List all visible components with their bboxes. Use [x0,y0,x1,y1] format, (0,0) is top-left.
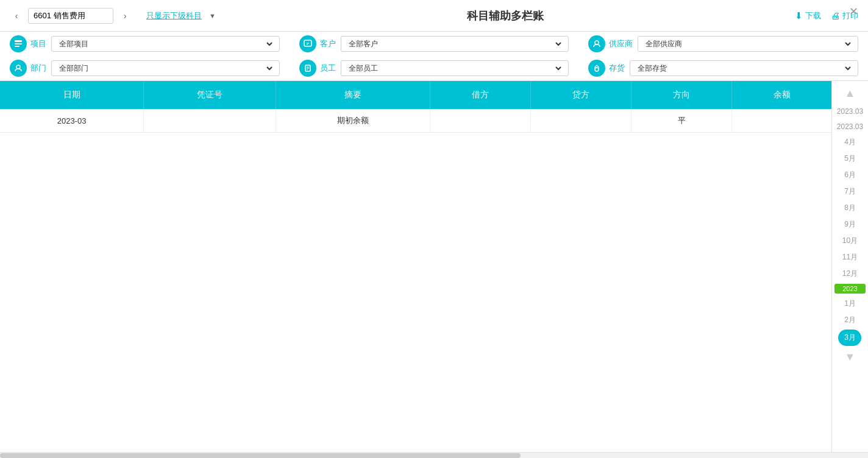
timeline-item-active[interactable]: 3月 [838,329,861,346]
timeline-item[interactable]: 11月 [834,249,866,266]
filter-row-inventory: 存货 全部存货 [578,56,868,80]
filter-row-employee: 员工 全部员工 [290,56,579,80]
project-select[interactable]: 全部项目 [51,36,280,52]
timeline-item[interactable]: 6月 [834,167,866,183]
department-icon [10,60,27,77]
timeline-item-first[interactable]: 2023.03 [834,104,866,119]
col-summary: 摘要 [276,81,430,109]
customer-select[interactable]: 全部客户 [341,36,569,52]
page-title: 科目辅助多栏账 [221,9,790,23]
employee-select[interactable]: 全部员工 [341,60,569,76]
svg-rect-1 [15,43,22,44]
timeline-item[interactable]: 2月 [834,312,866,328]
next-account-btn[interactable]: › [118,9,132,23]
project-icon [10,35,27,52]
print-icon: 🖨 [831,10,840,21]
customer-icon [299,35,316,52]
project-dropdown[interactable]: 全部项目 [57,39,274,49]
timeline-item[interactable]: 2023.03 [834,119,866,134]
timeline-up-btn[interactable]: ▲ [832,83,868,104]
prev-account-btn[interactable]: ‹ [10,9,23,23]
cell-debit [430,109,530,133]
timeline-down-btn[interactable]: ▼ [832,347,868,367]
customer-dropdown[interactable]: 全部客户 [346,39,564,49]
col-credit: 贷方 [530,81,631,109]
timeline-item[interactable]: 5月 [834,150,866,167]
filter-row-project: 项目 全部项目 [0,32,290,56]
supplier-icon [588,35,605,52]
show-sub-dropdown-arrow[interactable]: ▼ [209,12,216,19]
supplier-select[interactable]: 全部供应商 [638,36,858,52]
department-dropdown[interactable]: 全部部门 [57,63,274,73]
main-content: 日期 凭证号 摘要 借方 贷方 方向 余额 2023-03 期初余额 平 [0,81,868,452]
timeline-year-badge[interactable]: 2023 [834,284,866,294]
table-header-row: 日期 凭证号 摘要 借方 贷方 方向 余额 [0,81,831,109]
account-code: 6601 [34,11,51,20]
download-icon: ⬇ [795,10,803,21]
download-btn[interactable]: ⬇ 下载 [795,10,821,21]
cell-voucher [144,109,276,133]
main-window: ‹ 6601 销售费用 › 只显示下级科目 ▼ 科目辅助多栏账 ⬇ 下载 🖨 打… [0,0,868,458]
employee-label: 员工 [320,63,336,74]
filter-row-supplier: 供应商 全部供应商 [578,32,868,56]
sidebar-timeline: ▲ 2023.032023.034月5月6月7月8月9月10月11月12月202… [831,81,868,452]
cell-credit [530,109,631,133]
filter-row-customer: 客户 全部客户 [290,32,579,56]
cell-balance [732,109,831,133]
employee-icon [299,60,316,77]
account-selector[interactable]: 6601 销售费用 [28,8,113,24]
table-area[interactable]: 日期 凭证号 摘要 借方 贷方 方向 余额 2023-03 期初余额 平 [0,81,831,452]
project-label: 项目 [30,38,46,49]
inventory-icon [588,60,605,77]
timeline-item[interactable]: 7月 [834,183,866,200]
download-label: 下载 [805,10,821,21]
inventory-label: 存货 [609,63,625,74]
inventory-select[interactable]: 全部存货 [630,60,858,76]
col-voucher: 凭证号 [144,81,276,109]
timeline-item[interactable]: 1月 [834,295,866,312]
cell-summary: 期初余额 [276,109,430,133]
col-debit: 借方 [430,81,530,109]
cell-date: 2023-03 [0,109,144,133]
cell-direction: 平 [631,109,732,133]
customer-label: 客户 [320,38,336,49]
filter-row-department: 部门 全部部门 [0,56,290,80]
timeline-item[interactable]: 12月 [834,266,866,282]
svg-point-7 [595,68,599,71]
filter-bar: 项目 全部项目 客户 全部客户 [0,32,868,81]
show-sub-label[interactable]: 只显示下级科目 [146,10,202,21]
svg-rect-0 [15,40,22,42]
col-direction: 方向 [631,81,732,109]
supplier-label: 供应商 [609,38,633,49]
svg-rect-2 [15,46,20,47]
col-date: 日期 [0,81,144,109]
employee-dropdown[interactable]: 全部员工 [346,63,564,73]
bottom-scrollbar[interactable] [0,452,868,458]
top-bar: ‹ 6601 销售费用 › 只显示下级科目 ▼ 科目辅助多栏账 ⬇ 下载 🖨 打… [0,0,868,32]
account-name: 销售费用 [54,10,85,21]
close-btn[interactable]: ✕ [849,6,858,17]
svg-point-5 [16,65,20,69]
ledger-table: 日期 凭证号 摘要 借方 贷方 方向 余额 2023-03 期初余额 平 [0,81,831,133]
scrollbar-thumb[interactable] [0,453,521,458]
timeline-item[interactable]: 9月 [834,216,866,233]
col-balance: 余额 [732,81,831,109]
timeline-item[interactable]: 10月 [834,233,866,249]
timeline-item[interactable]: 4月 [834,134,866,150]
svg-point-4 [595,41,599,44]
table-row: 2023-03 期初余额 平 [0,109,831,133]
timeline-item[interactable]: 8月 [834,200,866,216]
inventory-dropdown[interactable]: 全部存货 [635,63,853,73]
department-select[interactable]: 全部部门 [51,60,280,76]
department-label: 部门 [30,63,46,74]
supplier-dropdown[interactable]: 全部供应商 [643,39,853,49]
